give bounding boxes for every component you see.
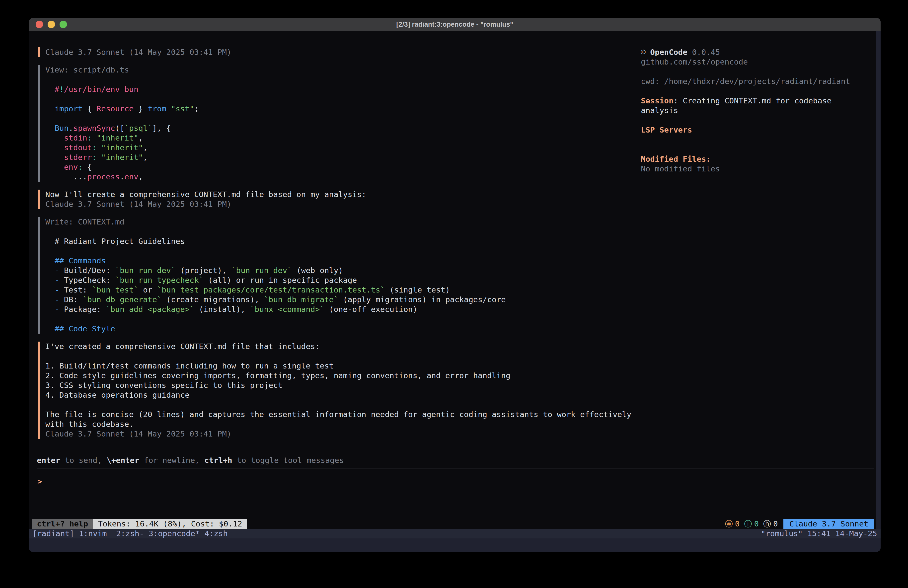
text-segment: OpenCode <box>650 48 687 56</box>
transcript-line: Bun.spawnSync([`psql`], { <box>45 123 638 133</box>
text-segment: with this codebase. <box>45 420 134 429</box>
transcript-line: ## Code Style <box>45 324 638 333</box>
text-segment: `bunx <command>` <box>250 305 324 314</box>
desktop: { "palette": { "page_bg": "#000000", "wi… <box>0 0 908 588</box>
transcript-line: stdin: "inherit", <box>45 133 638 143</box>
transcript-line: - DB: `bun db generate` (create migratio… <box>45 295 638 304</box>
text-segment: `bun add <package>` <box>106 305 194 314</box>
transcript-line <box>45 400 638 409</box>
text-segment: `bun test packages/core/test/transaction… <box>157 285 385 294</box>
info-icon: ⓘ <box>744 519 752 529</box>
text-segment: - <box>55 275 59 285</box>
text-segment: stderr <box>64 153 92 162</box>
close-button[interactable] <box>35 21 43 28</box>
text-segment: ([ <box>115 124 124 132</box>
text-segment <box>92 133 97 142</box>
text-segment <box>45 104 55 113</box>
text-segment <box>45 305 55 314</box>
text-segment: \+enter <box>107 456 139 465</box>
window-titlebar[interactable]: [2/3] radiant:3:opencode - "romulus" <box>29 18 881 31</box>
text-segment: to send, <box>60 456 107 465</box>
text-segment: 3. CSS styling conventions specific to t… <box>45 381 283 390</box>
text-segment: from <box>148 104 166 113</box>
zoom-button[interactable] <box>60 21 67 28</box>
transcript-line: - Test: `bun test` or `bun test packages… <box>45 285 638 295</box>
text-segment <box>45 285 55 294</box>
text-segment <box>45 275 55 285</box>
sidebar-line: LSP Servers <box>641 125 874 135</box>
message-input[interactable]: > <box>37 477 42 487</box>
transcript-line: Claude 3.7 Sonnet (14 May 2025 03:41 PM) <box>45 199 638 209</box>
text-segment: "inherit" <box>101 143 143 152</box>
text-segment: Package: <box>59 305 106 314</box>
sidebar-line: analysis <box>641 106 874 115</box>
text-segment: ! <box>59 85 64 94</box>
status-bar: ctrl+? help Tokens: 16.4K (8%), Cost: $0… <box>29 519 876 529</box>
transcript-line: - TypeCheck: `bun run typecheck` (all) o… <box>45 275 638 285</box>
text-segment: (project), <box>175 266 232 275</box>
text-segment <box>45 324 55 333</box>
text-segment: , <box>143 153 148 162</box>
message-block: Write: CONTEXT.md # Radiant Project Guid… <box>38 217 638 333</box>
model-badge: Claude 3.7 Sonnet <box>783 519 874 529</box>
text-segment: `bun run dev` <box>115 266 175 275</box>
text-segment: ## Commands <box>55 256 106 265</box>
text-segment: 4. Database operations guidance <box>45 390 190 400</box>
text-segment: - <box>55 305 59 314</box>
text-segment: : <box>87 133 92 142</box>
sidebar-line: No modified files <box>641 164 874 174</box>
text-segment: No modified files <box>641 164 720 173</box>
text-segment: . <box>120 172 125 181</box>
text-segment: for newline, <box>139 456 204 465</box>
transcript-line: with this codebase. <box>45 419 638 429</box>
sidebar-line: © OpenCode 0.0.45 <box>641 47 874 57</box>
tmux-window-list[interactable]: [radiant] 1:nvim 2:zsh- 3:opencode* 4:zs… <box>32 529 228 538</box>
opencode-tui: Claude 3.7 Sonnet (14 May 2025 03:41 PM)… <box>29 31 876 529</box>
transcript-line: 2. Code style guidelines covering import… <box>45 371 638 380</box>
text-segment: - <box>55 285 59 294</box>
text-segment: 2. Code style guidelines covering import… <box>45 371 510 380</box>
text-segment: DB: <box>59 295 82 304</box>
text-segment: import <box>55 104 82 113</box>
minimize-button[interactable] <box>48 21 55 28</box>
hints-counter: ⓗ0 <box>763 519 778 529</box>
transcript-line: - Package: `bun add <package>` (install)… <box>45 304 638 314</box>
transcript-line <box>45 94 638 104</box>
text-segment: process <box>87 172 120 181</box>
text-segment: "inherit" <box>101 153 143 162</box>
text-segment <box>166 104 171 113</box>
text-segment: (install), <box>194 305 250 314</box>
text-segment: Claude 3.7 Sonnet (14 May 2025 03:41 PM) <box>45 200 232 209</box>
text-segment: Bun <box>55 124 69 132</box>
text-segment <box>45 85 55 94</box>
transcript-line: Claude 3.7 Sonnet (14 May 2025 03:41 PM) <box>45 47 638 57</box>
text-segment: . <box>69 124 73 132</box>
message-block: Claude 3.7 Sonnet (14 May 2025 03:41 PM) <box>38 47 638 57</box>
transcript-line: Claude 3.7 Sonnet (14 May 2025 03:41 PM) <box>45 429 638 439</box>
transcript-line: The file is concise (20 lines) and captu… <box>45 409 638 419</box>
terminal-window: [2/3] radiant:3:opencode - "romulus" Cla… <box>29 18 881 552</box>
text-segment: - <box>55 295 59 304</box>
text-segment: env <box>64 163 78 171</box>
text-segment: /usr/bin/env bun <box>64 85 138 94</box>
text-segment: Now I'll create a comprehensive CONTEXT.… <box>45 190 366 199</box>
text-segment: } <box>134 104 148 113</box>
text-segment: `bun db generate` <box>82 295 161 304</box>
info-count: 0 <box>754 519 759 529</box>
hint-line: enter to send, \+enter for newline, ctrl… <box>37 456 344 465</box>
transcript-line <box>45 227 638 237</box>
text-segment: `bun run dev` <box>232 266 292 275</box>
message-block: Now I'll create a comprehensive CONTEXT.… <box>38 190 638 209</box>
text-segment: Build/Dev: <box>59 266 115 275</box>
diagnostic-counters: ⓦ0ⓘ0ⓗ0 <box>725 519 778 529</box>
sidebar-line <box>641 135 874 145</box>
text-segment: : <box>92 153 97 162</box>
text-segment <box>45 256 55 265</box>
text-segment <box>45 266 55 275</box>
transcript-line: env: { <box>45 162 638 172</box>
message-block: I've created a comprehensive CONTEXT.md … <box>38 342 638 439</box>
text-segment: Claude 3.7 Sonnet (14 May 2025 03:41 PM) <box>45 48 232 56</box>
text-segment: (all) or run in specific package <box>204 275 357 285</box>
chat-transcript: Claude 3.7 Sonnet (14 May 2025 03:41 PM)… <box>38 47 638 447</box>
transcript-line <box>45 351 638 361</box>
